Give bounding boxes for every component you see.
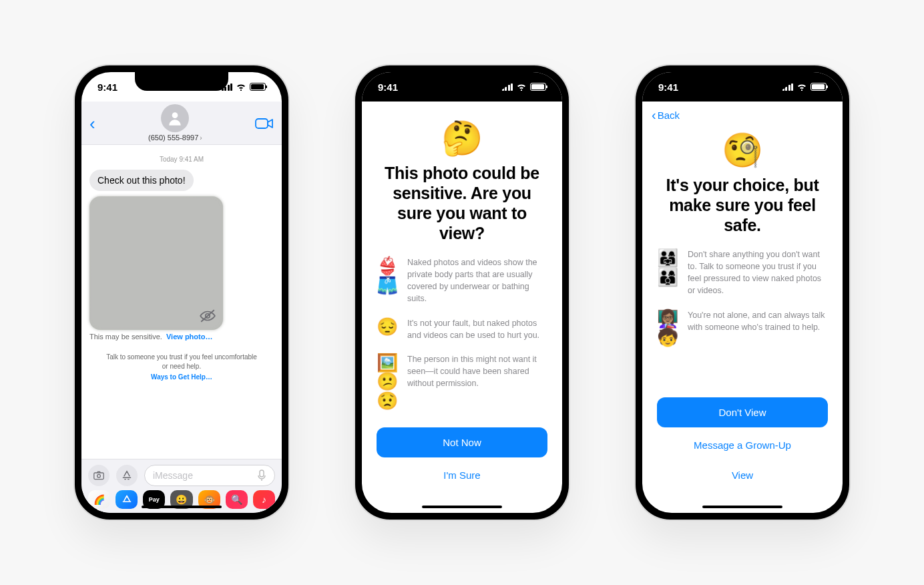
- screen: 9:41 ‹ Back 🧐 It's your choice, but make…: [642, 72, 843, 513]
- app-store-button[interactable]: [116, 465, 138, 486]
- back-button[interactable]: ‹ Back: [642, 102, 843, 124]
- home-indicator[interactable]: [702, 506, 782, 508]
- chevron-right-icon: ›: [200, 134, 202, 142]
- status-indicators: [222, 83, 266, 91]
- app-music-icon[interactable]: ♪: [253, 490, 275, 509]
- swimsuit-icon: 👙🩳: [377, 256, 398, 295]
- messages-body[interactable]: Today 9:41 AM Check out this photo! This…: [81, 145, 282, 459]
- dont-view-button[interactable]: Don't View: [657, 397, 828, 427]
- camera-icon: [93, 471, 104, 480]
- sheet-actions: Don't View Message a Grown-Up View: [657, 397, 828, 501]
- screen: 9:41 🤔 This photo could be sensitive. Ar…: [362, 72, 562, 513]
- svg-rect-6: [260, 470, 264, 477]
- svg-rect-1: [256, 119, 268, 128]
- battery-icon: [530, 83, 546, 91]
- sheet-actions: Not Now I'm Sure: [377, 427, 547, 501]
- phone-messages: 9:41 ‹ (650) 555-8997 ›: [75, 65, 288, 520]
- thinking-emoji-icon: 🤔: [377, 119, 547, 158]
- sheet-body: 🧐 It's your choice, but make sure you fe…: [642, 124, 843, 513]
- app-store-icon: [122, 470, 132, 481]
- home-indicator[interactable]: [422, 506, 502, 508]
- info-text-2: You're not alone, and can always talk wi…: [688, 309, 828, 333]
- picture-frame-icon: 🖼️😕😟: [377, 353, 398, 411]
- svg-point-5: [97, 474, 101, 477]
- message-timestamp: Today 9:41 AM: [89, 156, 274, 163]
- status-indicators: [782, 83, 827, 91]
- screen: 9:41 ‹ (650) 555-8997 ›: [81, 72, 282, 513]
- status-time: 9:41: [378, 81, 398, 93]
- info-text-3: The person in this might not want it see…: [407, 353, 547, 389]
- app-find-icon[interactable]: 🔍: [226, 490, 248, 509]
- input-placeholder: iMessage: [153, 470, 193, 481]
- phone-warning-sheet: 9:41 🤔 This photo could be sensitive. Ar…: [355, 65, 569, 520]
- home-indicator[interactable]: [142, 506, 222, 508]
- notch: [135, 72, 228, 91]
- status-time: 9:41: [97, 81, 118, 93]
- message-input[interactable]: iMessage: [144, 465, 275, 486]
- sheet-title: This photo could be sensitive. Are you s…: [377, 163, 547, 243]
- svg-point-0: [172, 112, 178, 118]
- view-button[interactable]: View: [657, 463, 828, 488]
- chevron-left-icon: ‹: [652, 108, 656, 122]
- message-grownup-button[interactable]: Message a Grown-Up: [657, 433, 828, 457]
- status-indicators: [502, 83, 547, 91]
- im-sure-button[interactable]: I'm Sure: [377, 463, 547, 488]
- sheet-title: It's your choice, but make sure you feel…: [657, 175, 828, 235]
- facetime-video-icon[interactable]: [255, 117, 274, 130]
- sheet-body: 🤔 This photo could be sensitive. Are you…: [362, 106, 562, 513]
- monocle-emoji-icon: 🧐: [657, 131, 828, 170]
- app-photos-icon[interactable]: 🌈: [88, 490, 110, 509]
- teacher-icon: 👩🏽‍🏫🧒: [657, 309, 678, 347]
- message-input-area: iMessage 🌈 Pay 😀 🐵 🔍 ♪: [81, 459, 282, 513]
- info-row-2: 👩🏽‍🏫🧒 You're not alone, and can always t…: [657, 309, 828, 347]
- back-label: Back: [658, 110, 680, 121]
- messages-header: ‹ (650) 555-8997 ›: [81, 102, 282, 145]
- info-text-1: Don't share anything you don't want to. …: [688, 248, 828, 297]
- svg-rect-4: [94, 473, 103, 479]
- help-prompt: Talk to someone you trust if you feel un…: [89, 353, 274, 382]
- person-icon: [166, 110, 184, 127]
- info-row-1: 👨‍👩‍👧👨‍👩‍👦 Don't share anything you don'…: [657, 248, 828, 297]
- contact-avatar[interactable]: [161, 104, 189, 132]
- sensitive-image-placeholder[interactable]: [89, 196, 223, 330]
- family-icon: 👨‍👩‍👧👨‍👩‍👦: [657, 248, 678, 286]
- microphone-icon[interactable]: [257, 469, 266, 481]
- wifi-icon: [796, 83, 807, 91]
- contact-number-text: (650) 555-8997: [148, 134, 198, 142]
- view-photo-link[interactable]: View photo…: [166, 333, 212, 341]
- pensive-emoji-icon: 😔: [377, 317, 398, 337]
- info-text-1: Naked photos and videos show the private…: [407, 256, 547, 305]
- message-bubble[interactable]: Check out this photo!: [89, 170, 194, 191]
- info-row-2: 😔 It's not your fault, but naked photos …: [377, 317, 547, 341]
- back-chevron-icon[interactable]: ‹: [89, 114, 95, 134]
- sensitive-warning-text: This may be sensitive. View photo…: [89, 333, 274, 341]
- notch: [415, 72, 509, 91]
- battery-icon: [811, 83, 827, 91]
- notch: [696, 72, 789, 91]
- battery-icon: [250, 83, 266, 91]
- phone-choice-sheet: 9:41 ‹ Back 🧐 It's your choice, but make…: [636, 65, 849, 520]
- contact-name[interactable]: (650) 555-8997 ›: [148, 134, 202, 142]
- ways-to-get-help-link[interactable]: Ways to Get Help…: [103, 373, 260, 382]
- info-row-3: 🖼️😕😟 The person in this might not want i…: [377, 353, 547, 411]
- info-row-1: 👙🩳 Naked photos and videos show the priv…: [377, 256, 547, 305]
- app-store-strip-icon[interactable]: [116, 490, 138, 509]
- camera-button[interactable]: [88, 465, 109, 486]
- wifi-icon: [516, 83, 527, 91]
- info-text-2: It's not your fault, but naked photos an…: [407, 317, 547, 341]
- eye-slash-icon: [199, 309, 216, 323]
- not-now-button[interactable]: Not Now: [377, 427, 547, 457]
- status-time: 9:41: [658, 81, 678, 93]
- wifi-icon: [236, 83, 246, 91]
